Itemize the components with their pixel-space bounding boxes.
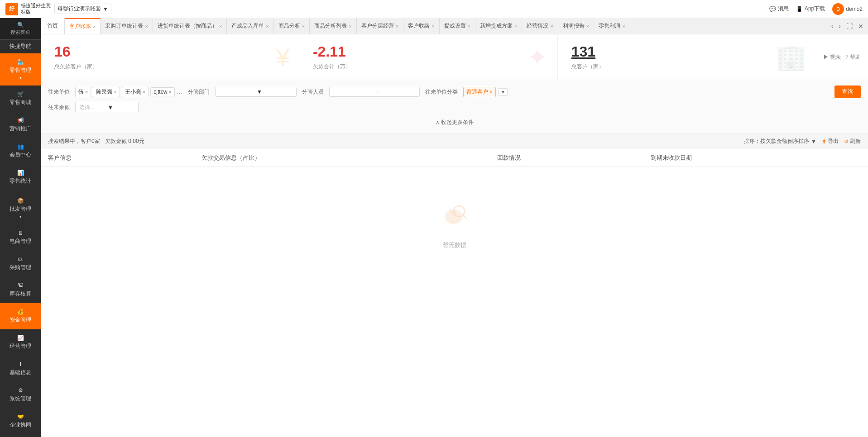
sidebar-item-finance[interactable]: 💰 资金管理 (0, 303, 41, 329)
query-button[interactable]: 查询 (834, 86, 861, 98)
filter-person-label: 分管人员 (302, 88, 324, 96)
tab-prev-icon[interactable]: ‹ (830, 22, 835, 31)
filter-dept-label: 分管部门 (188, 88, 210, 96)
sidebar-search[interactable]: 🔍 搜索菜单 (0, 18, 41, 40)
col-repayment: 回款情况 (490, 149, 643, 167)
stat-card-customers: ¥ 16 总欠款客户（家） (41, 34, 299, 80)
tab-purchase-order[interactable]: 采购订单统计表 × (101, 18, 153, 34)
remove-normal-customer-icon[interactable]: × (489, 89, 493, 95)
app-download-btn[interactable]: 📱 App下载 (796, 5, 825, 13)
sidebar-item-new-guide[interactable]: 🆕 新手引导 (0, 434, 41, 437)
unit-class-dropdown-icon: ▼ (499, 88, 508, 96)
tab-customer-tier[interactable]: 客户分层经营 × (357, 18, 403, 34)
tab-reminder[interactable]: 提成设置 × (440, 18, 475, 34)
sidebar-item-enterprise-coop[interactable]: 🤝 企业协同 (0, 408, 41, 434)
sidebar-item-basic-info[interactable]: ℹ 基础信息 (0, 356, 41, 382)
tab-close-icon[interactable]: × (514, 24, 517, 29)
stat-bg-icon-customers: ¥ (276, 43, 290, 72)
tab-maximize-icon[interactable]: ⛶ (844, 22, 854, 31)
top-bar-right: 💬 消息 📱 App下载 D demo2 (769, 3, 863, 15)
filter-dept-select[interactable]: ▼ (215, 87, 297, 97)
sidebar-item-ecommerce[interactable]: 🖥 电商管理 (0, 224, 41, 251)
refresh-btn[interactable]: ↺ 刷新 (844, 138, 861, 145)
tab-close-icon[interactable]: × (219, 24, 222, 29)
tab-next-icon[interactable]: › (837, 22, 843, 31)
stat-value-debt: -2.11 (313, 43, 346, 60)
sidebar-item-retail-mall[interactable]: 🛒 零售商城 (0, 86, 41, 112)
sidebar-item-purchase[interactable]: 🛍 采购管理 (0, 251, 41, 277)
tab-close-icon[interactable]: × (302, 24, 305, 29)
filter-tag-normal-customer[interactable]: 普通客户 × (463, 87, 496, 97)
tab-business-status[interactable]: 经营情况 × (522, 18, 558, 34)
help-btn[interactable]: ? 帮助 (845, 53, 861, 61)
video-btn[interactable]: ▶ 视频 (823, 53, 841, 61)
tab-profit-report[interactable]: 利润报告 × (558, 18, 594, 34)
results-summary: 搜索结果中，客户0家 欠款金额 0.00元 (48, 138, 144, 145)
stat-value-customers: 16 (54, 43, 71, 60)
avatar: D (832, 3, 844, 15)
person-more-btn[interactable]: ··· (375, 89, 416, 95)
sidebar-quick-nav[interactable]: 快捷导航 (0, 40, 41, 53)
remove-tag-cjttcw-icon[interactable]: × (168, 89, 171, 95)
tab-close-icon[interactable]: × (550, 24, 553, 29)
sidebar-item-retail-stats[interactable]: 📊 零售统计 (0, 164, 41, 190)
tab-close-icon[interactable]: × (266, 24, 269, 29)
tab-close-icon[interactable]: × (586, 24, 589, 29)
sidebar-item-batch-mgmt[interactable]: 📦 批发管理 ▾ (0, 192, 41, 224)
logo-text: 畅捷通好生意 标版 (21, 3, 51, 14)
remove-tag-wu-icon[interactable]: × (85, 89, 88, 95)
finance-icon: 💰 (17, 309, 24, 315)
tab-close-icon[interactable]: × (432, 24, 434, 29)
sidebar-item-inventory[interactable]: 🏗 库存核算 (0, 277, 41, 303)
tab-retail-profit[interactable]: 零售利润 × (594, 18, 630, 34)
filter-tag-chen[interactable]: 陈民强 × (93, 87, 120, 97)
tab-goods-analysis[interactable]: 商品分析 × (274, 18, 310, 34)
export-icon: ⬆ (822, 138, 826, 145)
collapse-btn[interactable]: ∧ 收起更多条件 (430, 117, 479, 128)
tab-production-stock[interactable]: 产成品入库单 × (227, 18, 273, 34)
tab-customer-contact[interactable]: 客户联络 × (403, 18, 439, 34)
filter-tag-wu[interactable]: 伍 × (75, 87, 91, 97)
filter-row-2: 往来余额 选择... ▼ (48, 102, 861, 113)
export-btn[interactable]: ⬆ 导出 (822, 138, 839, 145)
results-bar: 搜索结果中，客户0家 欠款金额 0.00元 排序：按欠款金额倒序排序 ▼ ⬆ 导… (41, 134, 868, 149)
sidebar-item-marketing[interactable]: 📢 营销推广 (0, 112, 41, 138)
tab-controls: ‹ › ⛶ ✕ (827, 22, 868, 31)
tab-customer-ledger[interactable]: 客户账本 × (65, 18, 101, 34)
sidebar-item-system[interactable]: ⚙ 系统管理 (0, 382, 41, 408)
col-customer-info: 客户信息 (41, 149, 194, 167)
tab-new-achievement[interactable]: 新增提成方案 × (475, 18, 522, 34)
remove-tag-wang-icon[interactable]: × (143, 89, 145, 95)
tab-goods-analysis-list[interactable]: 商品分析列表 × (310, 18, 356, 34)
top-bar-left: 好 畅捷通好生意 标版 母婴行业演示账套 ▼ (5, 3, 111, 15)
sidebar-item-member[interactable]: 👥 会员中心 (0, 138, 41, 164)
basic-info-icon: ℹ (19, 361, 22, 367)
data-table: 客户信息 欠款交易信息（占比） 回款情况 到期未收款日期 (41, 149, 868, 167)
filter-balance-select[interactable]: 选择... ▼ (75, 102, 139, 113)
tab-home[interactable]: 首页 (41, 18, 65, 34)
col-debt-info: 欠款交易信息（占比） (194, 149, 490, 167)
operations-icon: 📈 (17, 335, 24, 341)
stat-label-customers: 总欠款客户（家） (54, 63, 98, 71)
tab-close-icon[interactable]: × (93, 24, 96, 29)
tab-close-icon[interactable]: × (622, 24, 625, 29)
sidebar-item-operations[interactable]: 📈 经营管理 (0, 329, 41, 356)
tab-close-icon[interactable]: × (468, 24, 470, 29)
svg-point-4 (450, 209, 452, 212)
filter-balance-label: 往来余额 (48, 104, 70, 111)
tab-goods-stats[interactable]: 进货单统计表（按商品） × (153, 18, 227, 34)
message-btn[interactable]: 💬 消息 (769, 5, 789, 13)
tab-close-icon[interactable]: × (396, 24, 398, 29)
filter-more-btn[interactable]: ... (177, 88, 182, 96)
filter-tag-cjttcw[interactable]: cjttcw × (150, 87, 174, 96)
filter-person-select[interactable]: ··· (329, 87, 420, 97)
sort-select[interactable]: 排序：按欠款金额倒序排序 ▼ (744, 138, 816, 145)
tab-close-icon[interactable]: × (349, 24, 351, 29)
tab-close-all-icon[interactable]: ✕ (856, 22, 865, 31)
user-btn[interactable]: D demo2 (832, 3, 863, 15)
remove-tag-chen-icon[interactable]: × (114, 89, 116, 95)
filter-tag-wang[interactable]: 王小亮 × (122, 87, 149, 97)
sidebar-item-retail-mgmt[interactable]: 🏪 零售管理 ▾ (0, 53, 41, 86)
tab-close-icon[interactable]: × (145, 24, 148, 29)
store-selector[interactable]: 母婴行业演示账套 ▼ (54, 4, 111, 14)
